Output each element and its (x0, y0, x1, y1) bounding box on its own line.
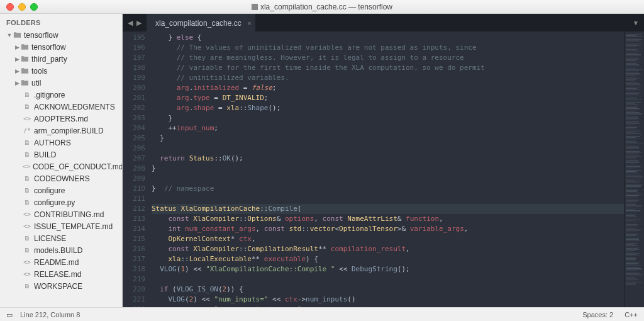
tab-nav-back[interactable]: ◀ (126, 19, 134, 27)
tab-active[interactable]: xla_compilation_cache.cc × (147, 14, 255, 31)
file-label: models.BUILD (34, 246, 82, 255)
file-icon: <> (23, 211, 31, 218)
folder-icon (20, 43, 29, 51)
file-icon: 🗎 (23, 235, 31, 242)
file-label: ISSUE_TEMPLATE.md (34, 222, 113, 231)
sidebar-file[interactable]: 🗎models.BUILD (0, 244, 122, 256)
language-mode[interactable]: C++ (625, 311, 638, 318)
file-icon: 🗎 (23, 175, 31, 183)
titlebar: xla_compilation_cache.cc — tensorflow (0, 0, 644, 14)
close-icon[interactable]: × (247, 20, 251, 27)
file-label: BUILD (34, 150, 56, 159)
sidebar-file[interactable]: <>CONTRIBUTING.md (0, 208, 122, 220)
sidebar-file[interactable]: <>CODE_OF_CONDUCT.md (0, 160, 122, 172)
sidebar-file[interactable]: 🗎ACKNOWLEDGMENTS (0, 101, 122, 113)
file-icon: 🗎 (23, 283, 31, 290)
file-icon: 🗎 (23, 247, 31, 254)
sidebar-file[interactable]: 🗎configure (0, 184, 122, 196)
tab-label: xla_compilation_cache.cc (155, 19, 242, 28)
tab-nav: ◀ ▶ (123, 14, 147, 31)
file-label: CODEOWNERS (34, 174, 90, 183)
sidebar-file[interactable]: 🗎.gitignore (0, 89, 122, 101)
file-label: ACKNOWLEDGMENTS (34, 103, 115, 111)
file-label: CONTRIBUTING.md (34, 210, 104, 219)
folder-icon (20, 55, 29, 63)
window-title: xla_compilation_cache.cc — tensorflow (0, 3, 644, 11)
file-label: CODE_OF_CONDUCT.md (33, 162, 123, 171)
sidebar-file[interactable]: 🗎WORKSPACE (0, 280, 122, 292)
file-label: README.md (34, 258, 79, 267)
file-icon: <> (23, 271, 31, 278)
file-icon (252, 4, 258, 10)
folder-label: util (31, 79, 41, 87)
sidebar-file[interactable]: /*arm_compiler.BUILD (0, 125, 122, 137)
sidebar-folder[interactable]: ▶third_party (0, 53, 122, 65)
chevron-right-icon: ▶ (14, 44, 20, 50)
file-icon: 🗎 (23, 91, 31, 99)
file-icon: 🗎 (23, 151, 31, 159)
chevron-down-icon: ▼ (6, 32, 13, 38)
file-icon: <> (23, 259, 31, 266)
folder-label: tensorflow (24, 31, 58, 40)
indent-setting[interactable]: Spaces: 2 (582, 311, 613, 318)
folder-icon (13, 31, 21, 39)
tabbar: ◀ ▶ xla_compilation_cache.cc × ▼ (123, 14, 644, 31)
file-label: ADOPTERS.md (34, 115, 88, 123)
sidebar-root[interactable]: ▼ tensorflow (0, 29, 122, 41)
window-title-text: xla_compilation_cache.cc — tensorflow (260, 3, 392, 11)
file-icon: 🗎 (23, 199, 31, 206)
tab-nav-fwd[interactable]: ▶ (135, 19, 143, 27)
sidebar-file[interactable]: <>RELEASE.md (0, 268, 122, 280)
file-icon: 🗎 (23, 139, 31, 147)
file-label: arm_compiler.BUILD (34, 127, 104, 135)
sidebar-folder[interactable]: ▶tensorflow (0, 41, 122, 53)
sidebar-folder[interactable]: ▶util (0, 77, 122, 89)
chevron-right-icon: ▶ (14, 56, 20, 62)
tab-dropdown[interactable]: ▼ (628, 14, 644, 31)
code-view[interactable]: } else { // The values of uninitialized … (149, 31, 624, 307)
chevron-right-icon: ▶ (14, 80, 20, 86)
sidebar-file[interactable]: 🗎AUTHORS (0, 137, 122, 149)
folder-label: third_party (31, 55, 67, 64)
file-label: WORKSPACE (34, 282, 82, 291)
file-label: configure.py (34, 198, 75, 207)
folder-label: tools (31, 67, 47, 76)
sidebar-file[interactable]: <>README.md (0, 256, 122, 268)
file-icon: <> (23, 223, 31, 230)
folder-icon (20, 79, 29, 87)
sidebar-file[interactable]: 🗎LICENSE (0, 232, 122, 244)
gutter: 1951961971981992002012022032042052062072… (123, 31, 149, 307)
file-label: .gitignore (34, 91, 65, 99)
sidebar-file[interactable]: <>ISSUE_TEMPLATE.md (0, 220, 122, 232)
sidebar: FOLDERS ▼ tensorflow ▶tensorflow▶third_p… (0, 14, 123, 307)
minimap[interactable] (624, 31, 644, 307)
editor: ◀ ▶ xla_compilation_cache.cc × ▼ 1951961… (123, 14, 644, 307)
panel-icon[interactable]: ▭ (6, 311, 15, 318)
folder-icon (20, 67, 29, 75)
file-icon: 🗎 (23, 187, 31, 194)
cursor-position[interactable]: Line 212, Column 8 (20, 311, 80, 318)
file-label: configure (34, 186, 65, 195)
file-label: RELEASE.md (34, 270, 81, 279)
sidebar-file[interactable]: 🗎BUILD (0, 149, 122, 160)
folder-label: tensorflow (31, 43, 66, 52)
sidebar-file[interactable]: 🗎configure.py (0, 196, 122, 208)
folders-header: FOLDERS (0, 16, 122, 29)
file-icon: /* (23, 127, 31, 135)
file-icon: 🗎 (23, 103, 31, 111)
file-label: LICENSE (34, 234, 66, 243)
file-icon: <> (23, 115, 31, 123)
statusbar: ▭ Line 212, Column 8 Spaces: 2 C++ (0, 307, 644, 321)
sidebar-file[interactable]: 🗎CODEOWNERS (0, 172, 122, 184)
file-label: AUTHORS (34, 138, 71, 147)
sidebar-file[interactable]: <>ADOPTERS.md (0, 113, 122, 125)
sidebar-folder[interactable]: ▶tools (0, 65, 122, 77)
chevron-right-icon: ▶ (14, 68, 20, 74)
file-icon: <> (23, 163, 30, 171)
